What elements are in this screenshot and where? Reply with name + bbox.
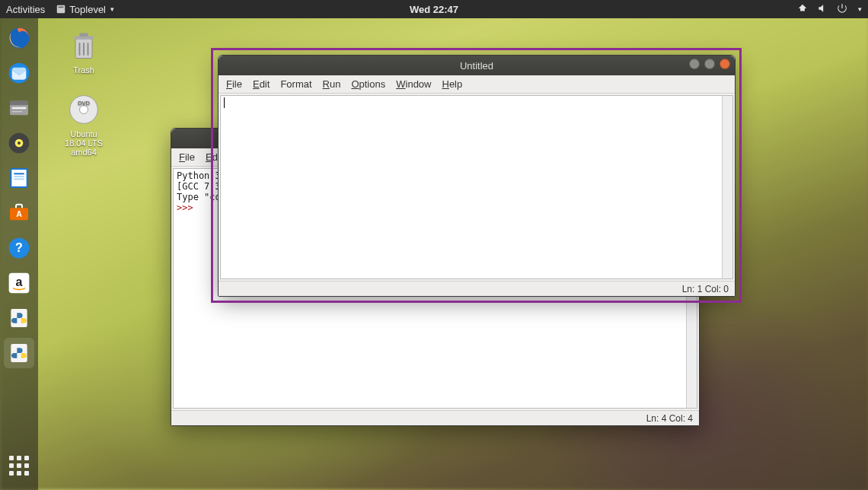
shell-prompt: >>> <box>177 202 193 213</box>
svg-text:DVD: DVD <box>78 100 89 107</box>
show-applications-button[interactable] <box>4 450 34 481</box>
launcher-firefox[interactable] <box>4 23 34 53</box>
menu-file[interactable]: File <box>179 151 195 163</box>
launcher-idle-1[interactable] <box>4 303 34 333</box>
svg-rect-14 <box>14 176 24 177</box>
svg-rect-13 <box>14 173 24 174</box>
launcher-help[interactable]: ? <box>4 233 34 263</box>
close-button[interactable] <box>720 59 730 69</box>
svg-rect-5 <box>10 101 28 105</box>
app-menu[interactable]: Toplevel ▾ <box>56 4 114 15</box>
desktop-trash-label: Trash <box>53 65 114 75</box>
menu-edit[interactable]: Edit <box>253 78 270 90</box>
desktop-disc[interactable]: DVD Ubuntu 18.04 LTS amd64 <box>53 91 114 157</box>
desktop-disc-label-3: amd64 <box>53 148 114 157</box>
desktop-disc-label-1: Ubuntu <box>53 129 114 138</box>
svg-rect-15 <box>14 179 24 180</box>
editor-menubar: File Edit Format Run Options Window Help <box>219 75 735 94</box>
desktop-trash[interactable]: Trash <box>53 27 114 75</box>
maximize-button[interactable] <box>704 59 715 69</box>
shell-statusbar: Ln: 4 Col: 4 <box>171 410 699 425</box>
app-menu-label: Toplevel <box>69 4 106 15</box>
scrollbar[interactable] <box>722 96 732 278</box>
svg-rect-26 <box>80 33 88 37</box>
svg-text:a: a <box>16 275 23 288</box>
launcher-software[interactable]: A <box>4 198 34 228</box>
launcher-dock: A ? a <box>0 18 38 490</box>
menu-window[interactable]: Window <box>396 78 431 90</box>
activities-button[interactable]: Activities <box>6 4 45 15</box>
editor-titlebar[interactable]: Untitled <box>219 56 735 75</box>
svg-rect-7 <box>12 111 22 112</box>
text-cursor <box>224 97 225 108</box>
network-icon[interactable] <box>797 3 808 16</box>
chevron-down-icon: ▾ <box>110 5 114 13</box>
menu-file[interactable]: File <box>226 78 242 90</box>
launcher-thunderbird[interactable] <box>4 58 34 88</box>
svg-point-10 <box>18 142 21 145</box>
menu-options[interactable]: Options <box>351 78 385 90</box>
svg-point-31 <box>80 106 88 114</box>
launcher-amazon[interactable]: a <box>4 268 34 298</box>
clock[interactable]: Wed 22:47 <box>410 4 458 15</box>
menu-help[interactable]: Help <box>442 78 462 90</box>
app-icon <box>56 4 66 14</box>
svg-rect-0 <box>57 5 65 14</box>
editor-status-text: Ln: 1 Col: 0 <box>682 284 729 294</box>
svg-text:?: ? <box>15 241 23 254</box>
svg-rect-1 <box>59 7 64 8</box>
launcher-idle-2[interactable] <box>4 338 34 368</box>
editor-textarea[interactable] <box>220 95 733 279</box>
svg-rect-11 <box>11 169 27 187</box>
top-panel: Activities Toplevel ▾ Wed 22:47 ▾ <box>0 0 868 18</box>
launcher-writer[interactable] <box>4 163 34 193</box>
minimize-button[interactable] <box>689 59 700 69</box>
power-icon[interactable] <box>837 3 847 16</box>
editor-title: Untitled <box>460 60 493 72</box>
shell-status-text: Ln: 4 Col: 4 <box>646 413 693 424</box>
menu-run[interactable]: Run <box>323 78 341 90</box>
desktop-disc-label-2: 18.04 LTS <box>53 138 114 148</box>
chevron-down-icon: ▾ <box>858 5 862 13</box>
launcher-rhythmbox[interactable] <box>4 128 34 158</box>
svg-rect-6 <box>12 107 27 110</box>
svg-text:A: A <box>16 209 22 218</box>
editor-statusbar: Ln: 1 Col: 0 <box>219 281 735 296</box>
editor-window[interactable]: Untitled File Edit Format Run Options Wi… <box>218 55 736 297</box>
volume-icon[interactable] <box>817 3 828 16</box>
launcher-files[interactable] <box>4 93 34 123</box>
menu-format[interactable]: Format <box>280 78 311 90</box>
